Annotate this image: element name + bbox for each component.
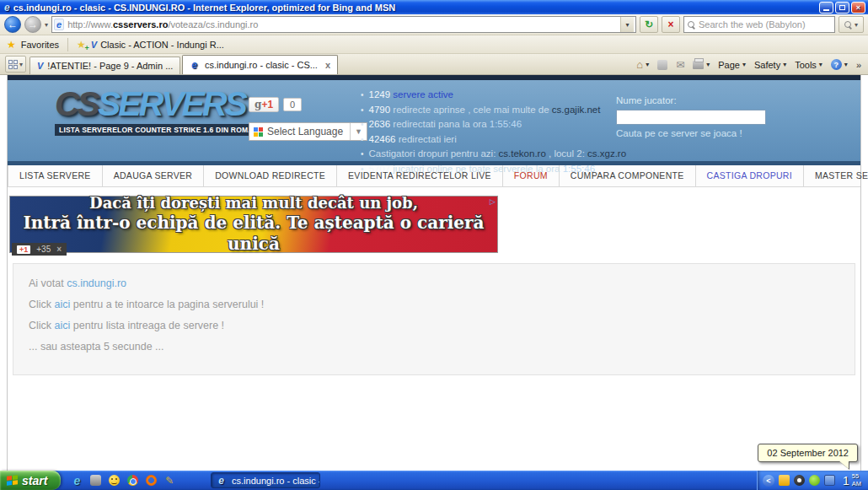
favicon-v-icon: V bbox=[91, 40, 97, 50]
stat-players-online: •5707 jucatori online pe toate serverele… bbox=[361, 162, 626, 177]
search-icon bbox=[844, 21, 852, 29]
tray-utorrent-icon[interactable] bbox=[809, 475, 820, 486]
adchoices-icon[interactable]: ▷ bbox=[490, 197, 496, 206]
restore-icon bbox=[839, 5, 845, 10]
address-input[interactable]: e http://www.csservers.ro/voteaza/cs.ind… bbox=[51, 16, 636, 33]
site-logo[interactable]: CSSERVERS LISTA SERVERELOR COUNTER STRIK… bbox=[55, 87, 271, 136]
ad-text-line1: Dacă îți dorești mai mult decât un job, bbox=[89, 194, 418, 213]
return-aici-link[interactable]: aici bbox=[55, 299, 71, 310]
address-dropdown-button[interactable]: ▾ bbox=[620, 17, 634, 32]
voted-server-link[interactable]: cs.indungi.ro bbox=[67, 277, 126, 289]
stop-icon: × bbox=[667, 19, 673, 30]
stat-redirected-yesterday: •42466 redirectati ieri bbox=[361, 132, 626, 148]
search-input[interactable] bbox=[699, 19, 831, 30]
favorites-button[interactable]: Favorites bbox=[21, 40, 59, 50]
safety-menu-label: Safety bbox=[754, 60, 780, 70]
plusone-mini-button[interactable]: +1 bbox=[17, 245, 30, 254]
messenger-quicklaunch-icon[interactable] bbox=[109, 475, 120, 486]
print-button[interactable]: ▾ bbox=[693, 61, 710, 69]
stat-redirected-today: •2636 redirectati pana la ora 1:55:46 bbox=[361, 117, 626, 132]
add-favorite-icon[interactable]: ★ bbox=[77, 39, 86, 51]
page-menu-label: Page bbox=[718, 60, 740, 70]
server-stats: •1249 servere active •4790 redirecte apr… bbox=[361, 88, 626, 176]
close-button[interactable]: × bbox=[851, 2, 865, 13]
tab-label: !ATENTIE! - Page 9 - Admin ... bbox=[47, 61, 173, 71]
menu-download-redirecte[interactable]: DOWNLOAD REDIRECTE bbox=[204, 165, 337, 186]
tray-messenger-icon[interactable] bbox=[779, 475, 790, 486]
back-button[interactable]: ← bbox=[4, 16, 21, 33]
windows-logo-icon bbox=[7, 475, 18, 485]
plusone-count: 0 bbox=[283, 98, 302, 111]
safety-menu[interactable]: Safety▾ bbox=[754, 60, 786, 70]
ie-icon: e bbox=[4, 2, 10, 13]
home-button[interactable]: ⌂▾ bbox=[636, 58, 649, 71]
tray-steam-icon[interactable] bbox=[794, 475, 805, 486]
taskbar-clock[interactable]: 1 55 AM bbox=[843, 473, 861, 487]
google-plusone: g+1 0 bbox=[249, 97, 302, 112]
restore-button[interactable] bbox=[835, 2, 849, 13]
minimize-button[interactable] bbox=[819, 2, 833, 13]
return-line: Click aici pentru a te intoarce la pagin… bbox=[29, 299, 839, 310]
clock-hour: 1 bbox=[843, 474, 849, 487]
browser-viewport: CSSERVERS LISTA SERVERELOR COUNTER STRIK… bbox=[0, 75, 868, 471]
list-aici-link[interactable]: aici bbox=[55, 320, 71, 331]
tab-atentie[interactable]: V !ATENTIE! - Page 9 - Admin ... bbox=[29, 57, 180, 74]
tooltip-date: 02 September 2012 bbox=[767, 448, 849, 458]
tray-collapse-icon[interactable]: < bbox=[763, 475, 774, 487]
badge-close-icon[interactable]: × bbox=[56, 245, 62, 254]
feed-icon[interactable] bbox=[657, 60, 667, 70]
ad-banner[interactable]: Dacă îți dorești mai mult decât un job, … bbox=[9, 196, 498, 253]
menu-master-server[interactable]: MASTER SERVER bbox=[804, 165, 868, 186]
tools-menu-label: Tools bbox=[795, 60, 817, 70]
web-search-input[interactable] bbox=[683, 16, 835, 33]
tab-csindungi-active[interactable]: e cs.indungi.ro - clasic - CS... x bbox=[182, 55, 338, 74]
stop-button[interactable]: × bbox=[662, 16, 680, 33]
top-server-link[interactable]: cs.gajik.net bbox=[552, 105, 601, 115]
ad-plusone-badge: +1 +35 × bbox=[12, 243, 67, 256]
mail-icon[interactable]: ✉ bbox=[676, 59, 684, 71]
full-list-line: Click aici pentru lista intreaga de serv… bbox=[29, 320, 839, 331]
ie-quicklaunch-icon[interactable]: e bbox=[71, 475, 83, 487]
firefox-quicklaunch-icon[interactable] bbox=[146, 475, 157, 486]
favorite-link[interactable]: V Clasic - ACTION - Indungi R... bbox=[91, 40, 224, 50]
tray-network-icon[interactable] bbox=[824, 475, 835, 486]
chevron-down-icon: ▾ bbox=[646, 61, 649, 68]
start-button[interactable]: start bbox=[0, 471, 61, 490]
menu-castiga-dropuri[interactable]: CASTIGA DROPURI bbox=[696, 165, 804, 186]
logo-tagline: LISTA SERVERELOR COUNTER STRIKE 1.6 DIN … bbox=[55, 124, 271, 136]
clock-date-tooltip: 02 September 2012 bbox=[758, 444, 858, 462]
tools-menu[interactable]: Tools▾ bbox=[795, 60, 822, 70]
chrome-quicklaunch-icon[interactable] bbox=[127, 475, 138, 486]
stat-servers: •1249 servere active bbox=[361, 88, 626, 103]
page-menu[interactable]: Page▾ bbox=[718, 60, 746, 70]
favorites-bar: ★ Favorites ★ V Clasic - ACTION - Indung… bbox=[0, 35, 868, 54]
toolbar-overflow-chevron[interactable]: » bbox=[856, 60, 861, 70]
tool-quicklaunch-icon[interactable]: ✎ bbox=[163, 475, 175, 487]
servere-active-link[interactable]: servere active bbox=[393, 89, 453, 100]
language-selector[interactable]: Select Language ▼ bbox=[249, 122, 367, 141]
winner1-link[interactable]: cs.tekon.ro bbox=[499, 148, 546, 159]
chevron-down-icon: ▾ bbox=[783, 61, 786, 68]
stat-redirects: •4790 redirecte aprinse , cele mai multe… bbox=[361, 103, 626, 118]
address-bar: ← → ▾ e http://www.csservers.ro/voteaza/… bbox=[0, 14, 868, 35]
tab-close-icon[interactable]: x bbox=[325, 60, 330, 70]
quick-tabs-button[interactable]: ▾ bbox=[5, 56, 26, 73]
search-go-button[interactable]: ▾ bbox=[839, 16, 864, 33]
taskbar-window-button[interactable]: e cs.indungi.ro - clasic -... bbox=[211, 472, 320, 488]
help-menu[interactable]: ?▾ bbox=[831, 59, 848, 70]
menu-adauga-server[interactable]: ADAUGA SERVER bbox=[103, 165, 205, 186]
language-label: Select Language bbox=[267, 126, 350, 137]
print-icon bbox=[693, 61, 704, 69]
forward-button[interactable]: → bbox=[24, 16, 41, 33]
ie-favicon: e bbox=[191, 59, 197, 71]
winner2-link[interactable]: cs.xgz.ro bbox=[587, 148, 626, 159]
player-search-hint: Cauta pe ce server se joaca ! bbox=[616, 128, 742, 138]
player-name-input[interactable] bbox=[616, 110, 766, 125]
plusone-button[interactable]: g+1 bbox=[249, 97, 279, 112]
menu-lista-servere[interactable]: LISTA SERVERE bbox=[8, 165, 103, 186]
refresh-button[interactable]: ↻ bbox=[640, 16, 658, 33]
app-quicklaunch-icon[interactable] bbox=[90, 475, 101, 486]
window-title: cs.indungi.ro - clasic - CS.INDUNGI.RO -… bbox=[13, 3, 819, 13]
tab-bar: ▾ V !ATENTIE! - Page 9 - Admin ... e cs.… bbox=[0, 54, 868, 75]
history-dropdown[interactable]: ▾ bbox=[45, 21, 48, 29]
